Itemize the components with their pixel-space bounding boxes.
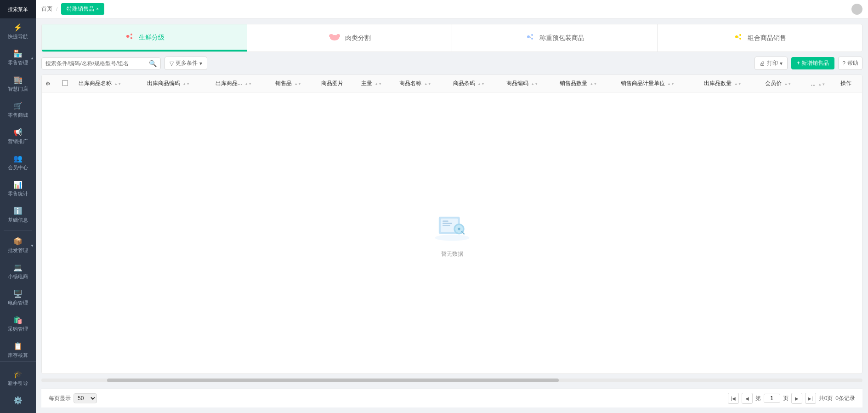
mini-ecom-icon: 💻: [13, 263, 23, 272]
th-sale-product[interactable]: 销售品 ▲▼: [272, 75, 318, 92]
cat-tab-combo-label: 组合商品销售: [748, 34, 786, 42]
sort-arrows: ▲▼: [244, 82, 252, 86]
th-sale-qty[interactable]: 销售品数量 ▲▼: [556, 75, 617, 92]
cat-tab-weight-pack[interactable]: 称重预包装商品: [452, 24, 658, 52]
sort-arrows: ▲▼: [667, 82, 675, 86]
category-tabs: 生鲜分级 肉类分割: [41, 24, 862, 52]
sidebar-item-quick-nav[interactable]: ⚡ 快捷导航: [0, 18, 36, 45]
svg-point-15: [739, 38, 741, 40]
th-product-code[interactable]: 商品编码 ▲▼: [503, 75, 556, 92]
sidebar-item-mini-ecom[interactable]: 💻 小畅电商: [0, 258, 36, 285]
svg-rect-21: [443, 221, 448, 222]
retail-mgmt-icon: 🏪: [13, 49, 23, 58]
th-out-product-code[interactable]: 出库商品编码 ▲▼: [143, 75, 212, 92]
sidebar-item-label: 小畅电商: [8, 273, 28, 280]
sidebar-item-purchase-mgmt[interactable]: 🛍️ 采购管理: [0, 311, 36, 337]
th-product-image[interactable]: 商品图片: [318, 75, 357, 92]
sidebar-item-inventory[interactable]: 📋 库存核算: [0, 337, 36, 361]
sidebar-item-label: 营销推广: [8, 138, 28, 145]
meat-cut-icon: [328, 31, 341, 45]
purchase-mgmt-icon: 🛍️: [13, 315, 23, 324]
sort-arrows: ▲▼: [294, 82, 301, 86]
svg-point-8: [527, 35, 530, 38]
sidebar-item-label: 零售管理: [8, 59, 28, 66]
filter-button[interactable]: ▽ 更多条件 ▾: [165, 57, 207, 70]
horizontal-scroll-thumb[interactable]: [107, 379, 559, 382]
print-button[interactable]: 🖨 打印 ▾: [755, 57, 788, 70]
th-out-qty[interactable]: 出库品数量 ▲▼: [700, 75, 761, 92]
sidebar-item-label: 库存核算: [8, 352, 28, 359]
sidebar-item-wholesale-mgmt[interactable]: 📦 批发管理: [0, 232, 36, 258]
sidebar-item-settings[interactable]: ⚙️: [0, 391, 36, 409]
sidebar-item-retail-mall[interactable]: 🛒 零售商城: [0, 97, 36, 123]
sidebar-item-label: 批发管理: [8, 247, 28, 254]
sidebar-item-new-guide[interactable]: 🎓 新手引导: [0, 365, 36, 391]
sidebar-item-smart-store[interactable]: 🏬 智慧门店: [0, 71, 36, 97]
cat-tab-fresh-grade-label: 生鲜分级: [139, 34, 165, 42]
add-label: + 新增销售品: [797, 59, 829, 67]
cat-tab-weight-pack-label: 称重预包装商品: [539, 34, 584, 42]
sort-arrows: ▲▼: [114, 82, 121, 86]
per-page-select[interactable]: 20 50 100 200: [74, 393, 97, 403]
smart-store-icon: 🏬: [13, 75, 23, 84]
sort-arrows: ▲▼: [734, 82, 742, 86]
sort-arrows: ▲▼: [477, 82, 485, 86]
table-container: ⚙ 出库商品名称 ▲▼ 出库商品编码 ▲▼: [41, 75, 862, 374]
th-checkbox[interactable]: [58, 75, 75, 92]
sidebar-item-sales-promo[interactable]: 📢 营销推广: [0, 123, 36, 149]
settings-col-icon: ⚙: [45, 80, 51, 87]
sidebar-item-label: 电商管理: [8, 299, 28, 306]
retail-stats-icon: 📊: [13, 180, 23, 189]
svg-point-2: [130, 37, 132, 39]
sort-arrows: ▲▼: [590, 82, 597, 86]
help-button[interactable]: ? 帮助: [838, 57, 862, 70]
cat-tab-meat-cut-label: 肉类分割: [345, 34, 371, 42]
th-out-product-more[interactable]: 出库商品... ▲▼: [212, 75, 272, 92]
topbar-tab-close[interactable]: ×: [96, 6, 99, 11]
next-page-button[interactable]: ▶: [791, 393, 802, 404]
prev-page-button[interactable]: ◀: [742, 393, 753, 404]
sidebar-item-ecom-mgmt[interactable]: 🖥️ 电商管理: [0, 285, 36, 311]
sidebar-item-retail-mgmt[interactable]: 🏪 零售管理: [0, 45, 36, 71]
topbar-tab-label: 特殊销售品: [67, 5, 94, 13]
page-label: 第: [755, 395, 761, 402]
topbar-active-tab[interactable]: 特殊销售品 ×: [61, 3, 104, 15]
select-all-checkbox[interactable]: [62, 80, 68, 86]
weight-pack-icon: [525, 31, 536, 45]
svg-rect-23: [443, 225, 450, 227]
th-product-barcode[interactable]: 商品条码 ▲▼: [449, 75, 503, 92]
topbar-avatar[interactable]: [851, 4, 862, 15]
add-button[interactable]: + 新增销售品: [791, 57, 834, 69]
sidebar-item-retail-stats[interactable]: 📊 零售统计: [0, 176, 36, 202]
sidebar-item-label: 采购管理: [8, 326, 28, 333]
pagination-left: 每页显示 20 50 100 200: [49, 393, 97, 403]
basic-info-icon: ℹ️: [13, 206, 23, 215]
sidebar-item-basic-info[interactable]: ℹ️ 基础信息: [0, 202, 36, 228]
th-member-price[interactable]: 会员价 ▲▼: [761, 75, 807, 92]
search-input[interactable]: [45, 60, 146, 67]
cat-tab-combo[interactable]: 组合商品销售: [658, 24, 862, 52]
first-page-button[interactable]: |◀: [728, 393, 739, 404]
th-settings[interactable]: ⚙: [42, 75, 58, 92]
th-sale-unit[interactable]: 销售商品计量单位 ▲▼: [617, 75, 701, 92]
th-more[interactable]: ... ▲▼: [807, 75, 837, 92]
last-page-button[interactable]: ▶|: [805, 393, 816, 404]
wholesale-mgmt-icon: 📦: [13, 237, 23, 246]
th-product-name[interactable]: 商品名称 ▲▼: [396, 75, 449, 92]
sidebar-item-label: 零售统计: [8, 190, 28, 197]
th-out-product-name[interactable]: 出库商品名称 ▲▼: [75, 75, 143, 92]
cat-tab-fresh-grade[interactable]: 生鲜分级: [42, 24, 247, 52]
horizontal-scrollbar[interactable]: [41, 379, 862, 382]
pagination-right: |◀ ◀ 第 页 ▶ ▶| 共0页 0条记录: [728, 393, 855, 404]
sidebar-nav: ⚡ 快捷导航 🏪 零售管理 🏬 智慧门店 🛒 零售商城 📢 营销推广 👥 会员中…: [0, 18, 36, 361]
sidebar-item-member-center[interactable]: 👥 会员中心: [0, 149, 36, 176]
help-icon: ?: [842, 60, 845, 67]
th-weight[interactable]: 主量 ▲▼: [357, 75, 396, 92]
sidebar-logo[interactable]: 搜索菜单: [0, 0, 36, 18]
sidebar-item-label: 零售商城: [8, 112, 28, 119]
cat-tab-meat-cut[interactable]: 肉类分割: [247, 24, 453, 52]
search-icon[interactable]: 🔍: [149, 60, 157, 67]
page-input[interactable]: [764, 394, 780, 403]
topbar-home[interactable]: 首页: [41, 5, 52, 13]
search-box[interactable]: 🔍: [41, 57, 161, 69]
